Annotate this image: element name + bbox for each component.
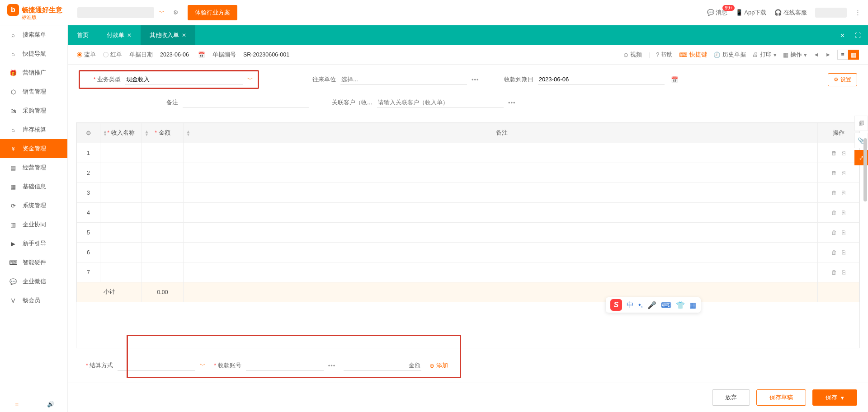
company-selector[interactable]: ﹀ — [77, 7, 165, 18]
gear-icon[interactable]: ⚙ — [173, 9, 179, 16]
sidebar-item-13[interactable]: 💬企业微信 — [0, 272, 67, 291]
tab-close-all-button[interactable]: ✕ — [836, 32, 848, 39]
settle-method-input[interactable] — [118, 360, 195, 371]
cell-remark[interactable] — [184, 183, 818, 203]
close-icon[interactable]: ✕ — [182, 32, 186, 38]
cell-remark[interactable] — [184, 223, 818, 243]
copy-icon[interactable]: ⎘ — [842, 150, 845, 156]
sidebar-item-10[interactable]: ▥企业协同 — [0, 215, 67, 234]
sidebar-item-11[interactable]: ▶新手引导 — [0, 234, 67, 253]
cell-amount[interactable] — [142, 143, 184, 163]
help-button[interactable]: ?帮助 — [656, 51, 673, 59]
rel-more-icon[interactable]: ••• — [508, 99, 516, 106]
ops-button[interactable]: ▦操作▾ — [783, 51, 807, 59]
save-button[interactable]: 保存▾ — [812, 389, 857, 406]
hotkey-button[interactable]: ⌨快捷键 — [679, 51, 707, 59]
chevron-down-icon[interactable]: ﹀ — [200, 361, 206, 370]
sidebar-collapse-button[interactable]: ≡ — [0, 396, 34, 412]
copy-icon[interactable]: ⎘ — [842, 190, 845, 196]
delete-icon[interactable]: 🗑 — [831, 249, 837, 256]
settle-amount-input[interactable] — [344, 360, 421, 371]
discard-button[interactable]: 放弃 — [712, 389, 750, 406]
service-link[interactable]: 🎧 在线客服 — [774, 9, 807, 17]
delete-icon[interactable]: 🗑 — [831, 210, 837, 216]
cell-name[interactable] — [100, 223, 142, 243]
tab-1[interactable]: 付款单✕ — [98, 25, 141, 45]
settle-acct-input[interactable] — [246, 360, 324, 371]
settings-button[interactable]: ⚙设置 — [828, 73, 857, 86]
rel-input[interactable] — [377, 97, 504, 108]
tab-2[interactable]: 其他收入单✕ — [141, 25, 195, 45]
table-row[interactable]: 2🗑⎘ — [77, 163, 859, 183]
cell-name[interactable] — [100, 262, 142, 282]
save-draft-button[interactable]: 保存草稿 — [756, 389, 806, 406]
cell-amount[interactable] — [142, 243, 184, 262]
delete-icon[interactable]: 🗑 — [831, 170, 837, 176]
doc-date-value[interactable]: 2023-06-06 — [160, 52, 189, 58]
close-icon[interactable]: ✕ — [127, 32, 132, 38]
ime-lang[interactable]: 中 — [627, 300, 634, 310]
copy-icon[interactable]: ⎘ — [842, 210, 845, 216]
th-amount[interactable]: ▲▼金额 — [142, 123, 184, 143]
next-icon[interactable]: ► — [826, 52, 831, 58]
video-button[interactable]: ⊙视频 — [623, 51, 642, 59]
cell-amount[interactable] — [142, 223, 184, 243]
cell-name[interactable] — [100, 183, 142, 203]
view-form-button[interactable]: ▦ — [848, 50, 859, 60]
sidebar-item-6[interactable]: ¥资金管理 — [0, 139, 67, 158]
table-row[interactable]: 3🗑⎘ — [77, 183, 859, 203]
cell-name[interactable] — [100, 203, 142, 223]
calendar-icon[interactable]: 📅 — [198, 52, 205, 58]
ime-punct-icon[interactable]: •, — [638, 301, 643, 309]
ime-mic-icon[interactable]: 🎤 — [647, 301, 656, 309]
ime-toolbox-icon[interactable]: ▦ — [689, 301, 696, 309]
ime-keyboard-icon[interactable]: ⌨ — [661, 301, 671, 309]
delete-icon[interactable]: 🗑 — [831, 229, 837, 236]
table-row[interactable]: 5🗑⎘ — [77, 223, 859, 243]
delete-icon[interactable]: 🗑 — [831, 150, 837, 156]
sidebar-item-8[interactable]: ▦基础信息 — [0, 177, 67, 196]
sidebar-item-7[interactable]: ▤经营管理 — [0, 158, 67, 177]
cell-name[interactable] — [100, 163, 142, 183]
ime-toolbar[interactable]: S 中 •, 🎤 ⌨ 👕 ▦ — [606, 297, 701, 313]
sidebar-item-2[interactable]: 🎁营销推广 — [0, 63, 67, 82]
table-row[interactable]: 1🗑⎘ — [77, 143, 859, 163]
cell-remark[interactable] — [184, 163, 818, 183]
calendar-icon[interactable]: 📅 — [671, 76, 678, 83]
cell-amount[interactable] — [142, 163, 184, 183]
sidebar-item-1[interactable]: ⌂快捷导航 — [0, 44, 67, 63]
due-input[interactable] — [538, 74, 665, 85]
copy-icon[interactable]: ⎘ — [842, 229, 845, 236]
cell-remark[interactable] — [184, 262, 818, 282]
biz-type-input[interactable] — [125, 74, 243, 85]
tab-expand-button[interactable]: ⛶ — [852, 32, 863, 39]
history-button[interactable]: 🕘历史单据 — [713, 51, 746, 59]
delete-icon[interactable]: 🗑 — [831, 269, 837, 276]
delete-icon[interactable]: 🗑 — [831, 190, 837, 196]
th-remark[interactable]: ▲▼ 备注 — [184, 123, 818, 143]
rail-note-icon[interactable]: 🗐 — [854, 116, 868, 131]
table-row[interactable]: 6🗑⎘ — [77, 243, 859, 262]
prev-icon[interactable]: ◄ — [813, 52, 819, 58]
cell-amount[interactable] — [142, 262, 184, 282]
sidebar-item-0[interactable]: ⌕搜索菜单 — [0, 25, 67, 44]
table-row[interactable]: 4🗑⎘ — [77, 203, 859, 223]
copy-icon[interactable]: ⎘ — [842, 170, 845, 176]
app-download-link[interactable]: 📱 App下载 — [736, 9, 766, 17]
cell-amount[interactable] — [142, 183, 184, 203]
sidebar-item-12[interactable]: ⌨智能硬件 — [0, 253, 67, 272]
cell-remark[interactable] — [184, 143, 818, 163]
scrollbar[interactable] — [863, 138, 867, 201]
partner-more-icon[interactable]: ••• — [472, 76, 479, 83]
sidebar-item-14[interactable]: V畅会员 — [0, 291, 67, 310]
sidebar-item-9[interactable]: ⟳系统管理 — [0, 196, 67, 215]
add-settlement-button[interactable]: ⊕添加 — [429, 361, 448, 370]
radio-red[interactable]: 红单 — [103, 51, 122, 59]
sidebar-item-4[interactable]: 🛍采购管理 — [0, 101, 67, 120]
table-row[interactable]: 7🗑⎘ — [77, 262, 859, 282]
messages-link[interactable]: 💬 消息 — [707, 9, 728, 17]
radio-blue[interactable]: 蓝单 — [77, 51, 96, 59]
sidebar-item-3[interactable]: ⬡销售管理 — [0, 82, 67, 101]
sidebar-item-5[interactable]: ⌂库存核算 — [0, 120, 67, 139]
chevron-down-icon[interactable]: ﹀ — [247, 75, 253, 84]
